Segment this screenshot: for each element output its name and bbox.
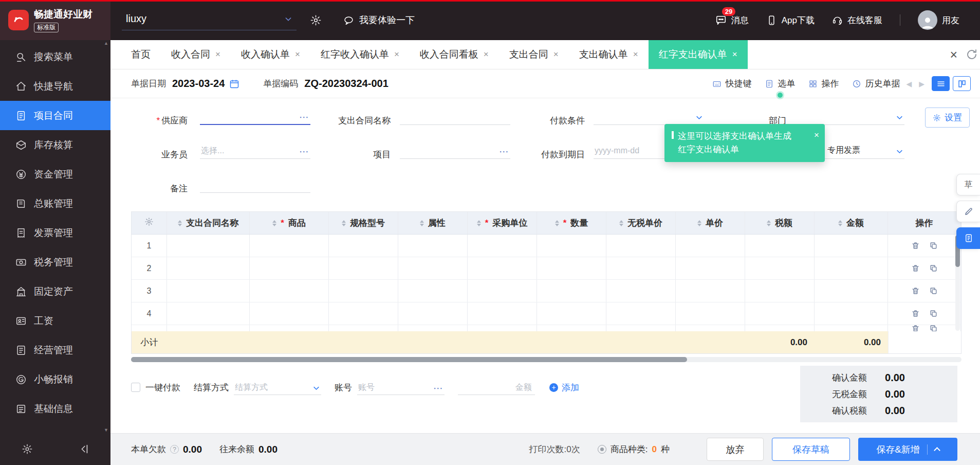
horizontal-scrollbar-thumb[interactable] [131, 357, 687, 362]
tab-3[interactable]: 红字收入确认单× [310, 40, 410, 69]
sidebar-item-reimburse[interactable]: 小畅报销 [0, 365, 110, 394]
tab-7[interactable]: 红字支出确认单× [649, 40, 748, 69]
column-header-1[interactable]: *商品 [250, 212, 329, 234]
column-header-7[interactable]: 单价 [676, 212, 745, 234]
chevron-down-icon[interactable] [896, 148, 903, 155]
save-and-new-button[interactable]: 保存&新增 [858, 438, 957, 461]
doc-action-pick-order[interactable]: 选单 [765, 78, 795, 90]
delete-row-icon[interactable] [911, 241, 920, 250]
app-download-button[interactable]: App下载 [766, 14, 815, 26]
column-header-5[interactable]: *数量 [537, 212, 606, 234]
doc-action-history[interactable]: 历史单据 [852, 78, 900, 90]
doc-action-hotkey[interactable]: 快捷键 [712, 78, 751, 90]
row-actions-cell[interactable] [888, 325, 961, 331]
delete-row-icon[interactable] [911, 264, 920, 273]
sidebar-item-search-menu[interactable]: 搜索菜单 [0, 42, 110, 71]
draft-box-button[interactable]: 草 [956, 174, 980, 195]
assistant-button[interactable] [956, 227, 980, 249]
copy-row-icon[interactable] [929, 264, 938, 273]
row-actions-cell[interactable] [888, 302, 961, 325]
calendar-icon[interactable] [229, 79, 239, 89]
card-view-toggle[interactable] [953, 76, 971, 91]
tab-refresh-icon[interactable] [966, 48, 978, 61]
copy-row-icon[interactable] [929, 241, 938, 250]
doc-date-value[interactable]: 2023-03-24 [172, 78, 225, 90]
sort-icon[interactable] [342, 220, 346, 226]
sort-icon[interactable] [272, 220, 276, 226]
sidebar-item-funds[interactable]: 资金管理 [0, 159, 110, 189]
next-doc-icon[interactable]: ▶ [919, 80, 924, 88]
account-input[interactable] [357, 380, 445, 395]
salesman-field[interactable]: ⋯ [200, 142, 310, 159]
account-field[interactable]: ⋯ [357, 380, 445, 395]
online-service-button[interactable]: 在线客服 [832, 14, 882, 26]
sort-icon[interactable] [420, 220, 424, 226]
one-click-pay-checkbox[interactable] [131, 383, 140, 392]
tab-close-icon[interactable]: × [553, 49, 559, 60]
experience-button[interactable]: 我要体验一下 [343, 14, 415, 26]
settings-button[interactable]: 设置 [925, 108, 970, 128]
sidebar-item-project-contract[interactable]: 项目合同 [0, 101, 110, 130]
tab-close-icon[interactable]: × [215, 49, 220, 60]
sort-icon[interactable] [619, 220, 623, 226]
sidebar-settings-gear-icon[interactable] [22, 443, 33, 455]
company-select[interactable]: liuxy [122, 10, 297, 30]
messages-button[interactable]: 29 消息 [715, 14, 749, 26]
account-picker-icon[interactable]: ⋯ [433, 383, 443, 393]
department-input[interactable] [793, 109, 904, 124]
chevron-down-icon[interactable] [312, 384, 320, 392]
amount-input[interactable] [458, 380, 535, 395]
sidebar-item-inventory[interactable]: 库存核算 [0, 130, 110, 159]
add-payment-button[interactable]: + 添加 [549, 382, 579, 394]
column-header-8[interactable]: 税额 [745, 212, 815, 234]
copy-row-icon[interactable] [929, 325, 938, 331]
column-header-9[interactable]: 金额 [815, 212, 888, 234]
sidebar-scroll-down-icon[interactable]: ▼ [104, 427, 108, 433]
remark-input[interactable] [200, 176, 310, 192]
topbar-gear-icon[interactable] [310, 14, 322, 26]
salesman-input[interactable] [200, 142, 310, 158]
row-actions-cell[interactable] [888, 257, 961, 279]
department-select[interactable] [793, 109, 904, 125]
tab-2[interactable]: 收入确认单× [231, 40, 310, 69]
column-header-10[interactable]: 操作 [888, 212, 961, 234]
amount-field[interactable] [458, 380, 535, 395]
tab-4[interactable]: 收入合同看板× [410, 40, 499, 69]
settle-method-select[interactable] [234, 380, 321, 395]
tab-6[interactable]: 支出确认单× [569, 40, 649, 69]
column-header-6[interactable]: 无税单价 [606, 212, 676, 234]
column-header-2[interactable]: 规格型号 [329, 212, 398, 234]
vertical-scrollbar[interactable] [955, 235, 960, 331]
doc-action-operate[interactable]: 操作 [808, 78, 839, 90]
table-settings-cell[interactable] [132, 212, 167, 234]
sidebar-item-fixed-assets[interactable]: 固定资产 [0, 277, 110, 306]
chevron-down-icon[interactable] [695, 114, 703, 121]
sidebar-item-ledger[interactable]: 总账管理 [0, 189, 110, 218]
close-all-tabs-icon[interactable]: × [950, 40, 957, 69]
sidebar-item-salary[interactable]: 工资 [0, 306, 110, 335]
chevron-down-icon[interactable] [896, 114, 903, 121]
delete-row-icon[interactable] [911, 325, 920, 331]
tab-close-icon[interactable]: × [732, 49, 737, 60]
horizontal-scrollbar[interactable] [131, 357, 961, 362]
sidebar-item-invoice[interactable]: 发票管理 [0, 218, 110, 247]
copy-row-icon[interactable] [929, 287, 938, 295]
sidebar-item-tax[interactable]: 税务管理 [0, 247, 110, 277]
sort-icon[interactable] [697, 220, 701, 226]
remark-field[interactable] [200, 176, 310, 193]
column-header-4[interactable]: *采购单位 [468, 212, 537, 234]
column-header-0[interactable]: 支出合同名称 [167, 212, 250, 234]
copy-row-icon[interactable] [929, 309, 938, 318]
sort-icon[interactable] [838, 220, 842, 226]
tab-close-icon[interactable]: × [295, 49, 300, 60]
cancel-button[interactable]: 放弃 [707, 438, 764, 461]
delete-row-icon[interactable] [911, 287, 920, 295]
supplier-field[interactable]: ⋯ [200, 109, 310, 125]
quick-note-button[interactable] [956, 201, 980, 222]
list-view-toggle[interactable] [932, 76, 950, 91]
chevron-up-icon[interactable] [934, 447, 940, 454]
tooltip-close-icon[interactable]: × [814, 129, 819, 142]
tab-close-icon[interactable]: × [394, 49, 399, 60]
delete-row-icon[interactable] [911, 309, 920, 318]
save-draft-button[interactable]: 保存草稿 [772, 438, 850, 461]
